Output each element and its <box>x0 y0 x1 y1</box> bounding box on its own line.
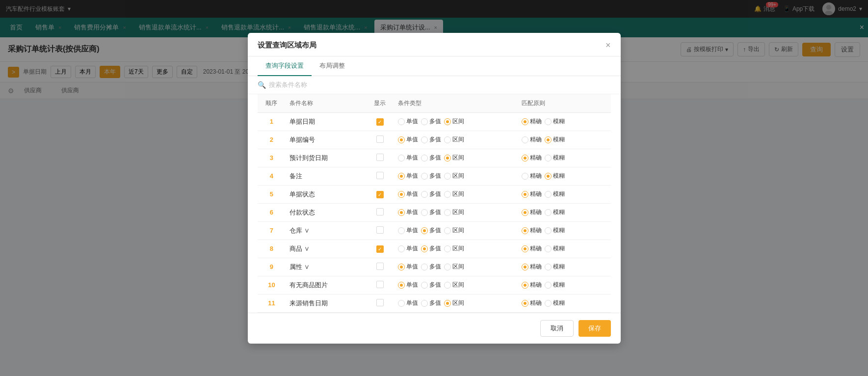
modal-header: 设置查询区域布局 × <box>248 33 621 56</box>
tab-query-fields[interactable]: 查询字段设置 <box>258 56 312 76</box>
modal-title: 设置查询区域布局 <box>258 41 316 50</box>
th-order: 顺序 <box>258 94 286 100</box>
th-name: 条件名称 <box>286 94 366 100</box>
tab-layout[interactable]: 布局调整 <box>312 56 353 76</box>
tab-query-label: 查询字段设置 <box>265 62 304 69</box>
search-input[interactable] <box>269 81 611 88</box>
th-type: 条件类型 <box>394 94 518 100</box>
conditions-table: 顺序 条件名称 显示 条件类型 匹配原则 1单据日期 单值 多值 <box>258 94 611 100</box>
settings-modal: 设置查询区域布局 × 查询字段设置 布局调整 🔍 顺序 条件名称 <box>248 33 621 100</box>
th-show: 显示 <box>366 94 394 100</box>
tab-layout-label: 布局调整 <box>319 62 345 69</box>
modal-close-button[interactable]: × <box>605 41 611 50</box>
modal-table-wrap: 顺序 条件名称 显示 条件类型 匹配原则 1单据日期 单值 多值 <box>248 94 621 100</box>
search-icon: 🔍 <box>258 81 266 89</box>
modal-overlay[interactable]: 设置查询区域布局 × 查询字段设置 布局调整 🔍 顺序 条件名称 <box>0 0 868 99</box>
modal-tabs: 查询字段设置 布局调整 <box>248 56 621 76</box>
modal-search-area: 🔍 <box>248 76 621 94</box>
th-match: 匹配原则 <box>518 94 610 100</box>
